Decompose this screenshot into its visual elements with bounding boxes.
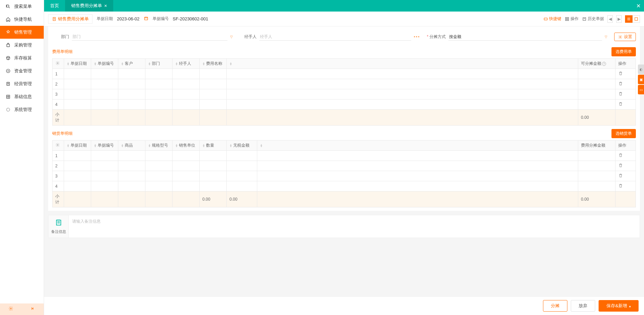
prev-button[interactable]: ◀ bbox=[607, 15, 613, 23]
svg-line-1 bbox=[8, 7, 9, 8]
sidebar-item-business[interactable]: 经营管理 bbox=[0, 77, 44, 90]
chevron-down-icon[interactable]: ▽ bbox=[230, 35, 233, 39]
sidebar-item-purchase[interactable]: 采购管理 bbox=[0, 39, 44, 52]
sales-table: ▲▼单据日期 ▲▼单据编号 ▲▼商品 ▲▼规格型号 ▲▼销售单位 ▲▼数量 ▲▼… bbox=[52, 140, 636, 207]
settings-icon[interactable] bbox=[8, 306, 13, 312]
allocate-button[interactable]: 分摊 bbox=[543, 300, 567, 312]
dept-input[interactable] bbox=[72, 33, 227, 41]
bag-icon bbox=[5, 42, 11, 48]
toolbar-right: 快捷键 操作 历史单据 ◀ ▶ bbox=[543, 15, 640, 23]
trash-icon[interactable] bbox=[618, 103, 623, 107]
trash-icon[interactable] bbox=[618, 82, 623, 87]
sort-icon[interactable]: ▲▼ bbox=[202, 144, 205, 147]
trash-icon[interactable] bbox=[618, 154, 623, 159]
sidebar-label: 经营管理 bbox=[14, 81, 32, 87]
remark-section: 备注信息 bbox=[48, 215, 640, 238]
save-and-new-button[interactable]: 保存&新增 ▴ bbox=[599, 300, 639, 312]
table-row[interactable]: 1 bbox=[53, 69, 636, 79]
rail-tab-2[interactable]: ▣ bbox=[638, 75, 644, 84]
handler-input[interactable] bbox=[259, 33, 411, 41]
svg-rect-31 bbox=[635, 17, 638, 20]
main: 首页 销售费用分摊单 ✕ ✕ 销售费用分摊单 单据日期 2023-06-02 单… bbox=[44, 0, 644, 315]
link-operations[interactable]: 操作 bbox=[565, 16, 579, 22]
tabs-close-all[interactable]: ✕ bbox=[632, 0, 644, 12]
sort-icon[interactable]: ▲▼ bbox=[202, 62, 205, 66]
sort-icon[interactable]: ▲▼ bbox=[121, 144, 124, 147]
subtotal-row: 小计0.00 bbox=[53, 110, 636, 126]
sort-icon[interactable]: ▲▼ bbox=[260, 144, 263, 147]
more-icon[interactable]: ••• bbox=[414, 35, 420, 39]
content: 部门 ▽ 经手人 ••• 分摊方式 ▽ bbox=[44, 26, 644, 296]
trash-icon[interactable] bbox=[618, 72, 623, 77]
sidebar-item-funds[interactable]: 资金管理 bbox=[0, 64, 44, 77]
sort-icon[interactable]: ▲▼ bbox=[175, 144, 178, 147]
gear-icon bbox=[5, 107, 11, 112]
sidebar-label: 销售管理 bbox=[14, 29, 32, 35]
sort-icon[interactable]: ▲▼ bbox=[175, 62, 178, 66]
right-rail: ◐ ▣ ▭ bbox=[638, 64, 644, 94]
trash-icon[interactable] bbox=[618, 92, 623, 97]
money-icon bbox=[5, 68, 11, 74]
sidebar-item-search[interactable]: 搜索菜单 bbox=[0, 0, 44, 13]
dept-label: 部门 bbox=[52, 34, 69, 40]
view-list[interactable] bbox=[625, 15, 632, 23]
sidebar-item-system[interactable]: 系统管理 bbox=[0, 103, 44, 116]
tab-label: 首页 bbox=[50, 3, 59, 9]
table-row[interactable]: 3 bbox=[53, 89, 636, 99]
gear-column[interactable] bbox=[53, 141, 64, 151]
table-row[interactable]: 2 bbox=[53, 161, 636, 171]
rail-tab-1[interactable]: ◐ bbox=[638, 64, 644, 74]
discard-button[interactable]: 放弃 bbox=[571, 300, 595, 312]
sort-icon[interactable]: ▲▼ bbox=[67, 62, 69, 66]
tab-home[interactable]: 首页 bbox=[44, 0, 65, 12]
calendar-icon[interactable] bbox=[144, 16, 148, 22]
trash-icon[interactable] bbox=[618, 184, 623, 189]
sort-icon[interactable]: ▲▼ bbox=[148, 144, 151, 147]
table-row[interactable]: 3 bbox=[53, 171, 636, 181]
sidebar-item-sales[interactable]: 销售管理 bbox=[0, 26, 44, 39]
sidebar-item-quicknav[interactable]: 快捷导航 bbox=[0, 13, 44, 26]
select-expense-button[interactable]: 选费用单 bbox=[611, 47, 636, 56]
tab-sales-allocation[interactable]: 销售费用分摊单 ✕ bbox=[65, 0, 113, 12]
remark-input[interactable] bbox=[69, 215, 640, 238]
trash-icon[interactable] bbox=[618, 164, 623, 169]
next-button[interactable]: ▶ bbox=[616, 15, 622, 23]
svg-rect-22 bbox=[565, 17, 567, 19]
remark-tab[interactable]: 备注信息 bbox=[48, 215, 69, 238]
search-icon bbox=[5, 4, 11, 9]
link-history[interactable]: 历史单据 bbox=[582, 16, 604, 22]
gear-column[interactable] bbox=[53, 59, 64, 69]
sort-icon[interactable]: ▲▼ bbox=[229, 144, 232, 147]
sidebar-item-inventory[interactable]: 库存核算 bbox=[0, 52, 44, 64]
link-shortcut[interactable]: 快捷键 bbox=[543, 16, 561, 22]
trash-icon[interactable] bbox=[618, 174, 623, 179]
sort-icon[interactable]: ▲▼ bbox=[94, 144, 97, 147]
sort-icon[interactable]: ▲▼ bbox=[67, 144, 69, 147]
table-row[interactable]: 4 bbox=[53, 99, 636, 110]
sort-icon[interactable]: ▲▼ bbox=[229, 62, 232, 66]
method-input[interactable] bbox=[448, 33, 602, 41]
table-row[interactable]: 4 bbox=[53, 181, 636, 191]
collapse-icon[interactable] bbox=[31, 306, 35, 312]
svg-point-11 bbox=[6, 108, 9, 111]
settings-button[interactable]: 设置 bbox=[614, 33, 636, 41]
chevron-down-icon[interactable]: ▽ bbox=[605, 35, 607, 39]
view-detail[interactable] bbox=[632, 15, 640, 23]
help-icon[interactable]: ? bbox=[602, 62, 606, 66]
table-row[interactable]: 1 bbox=[53, 151, 636, 161]
select-sales-button[interactable]: 选销货单 bbox=[611, 129, 636, 138]
sort-icon[interactable]: ▲▼ bbox=[94, 62, 97, 66]
sort-icon[interactable]: ▲▼ bbox=[121, 62, 124, 66]
sidebar-label: 基础信息 bbox=[14, 94, 32, 100]
sidebar-label: 快捷导航 bbox=[14, 16, 32, 22]
date-value[interactable]: 2023-06-02 bbox=[117, 16, 140, 21]
rail-tab-3[interactable]: ▭ bbox=[638, 85, 644, 94]
sidebar-item-basic[interactable]: 基础信息 bbox=[0, 90, 44, 103]
table-row[interactable]: 2 bbox=[53, 79, 636, 89]
close-icon[interactable]: ✕ bbox=[104, 4, 107, 8]
view-toggle bbox=[625, 15, 640, 23]
sort-icon[interactable]: ▲▼ bbox=[148, 62, 151, 66]
doc-title-badge: 销售费用分摊单 bbox=[48, 14, 93, 24]
svg-rect-21 bbox=[544, 18, 547, 20]
bottom-bar: 分摊 放弃 保存&新增 ▴ bbox=[44, 296, 644, 315]
